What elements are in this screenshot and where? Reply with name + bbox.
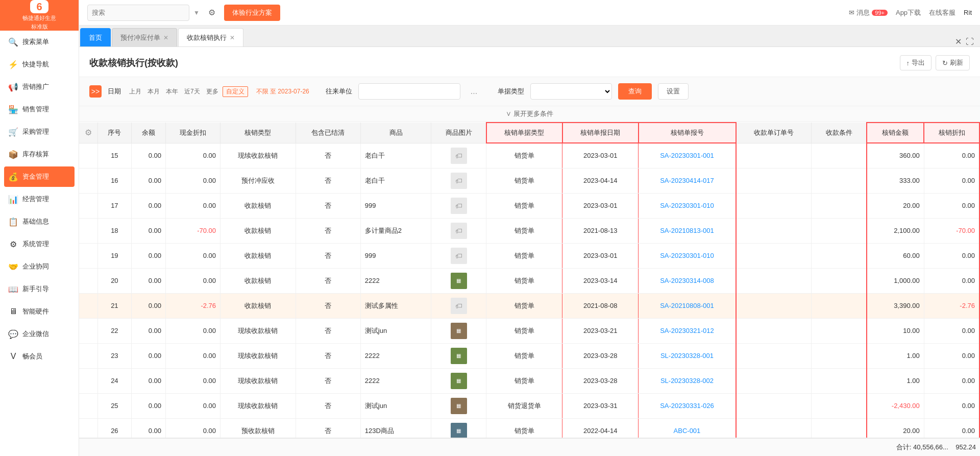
online-service-btn[interactable]: 在线客服 (929, 8, 955, 17)
row-cancel-bill-no[interactable]: SA-20230331-026 (639, 393, 736, 418)
row-cancel-bill-no[interactable]: SA-20230301-010 (639, 243, 736, 268)
sidebar-item-member[interactable]: V 畅会员 (0, 345, 79, 368)
sidebar-label-finance: 资金管理 (22, 172, 49, 181)
row-settings (79, 193, 97, 218)
expand-conditions-btn[interactable]: ∨ 展开更多条件 (506, 109, 553, 118)
export-btn[interactable]: ↑ 导出 (900, 55, 932, 70)
sidebar-item-sales[interactable]: 🏪 销售管理 (0, 98, 79, 121)
message-btn[interactable]: ✉ 消息 99+ (849, 8, 888, 17)
cancel-bill-no-link[interactable]: SA-20230314-008 (660, 277, 714, 284)
sidebar-item-purchase[interactable]: 🛒 采购管理 (0, 121, 79, 143)
table-row: 23 0.00 0.00 现续收款核销 否 2222 ▦ 销货单 2023-03… (79, 343, 979, 368)
sidebar-item-marketing[interactable]: 📢 营销推广 (0, 76, 79, 98)
app-edition: 标准版 (31, 23, 48, 31)
sidebar-label-inventory: 库存核算 (22, 150, 49, 159)
row-cancel-bill-no[interactable]: SL-20230328-002 (639, 368, 736, 393)
table-container[interactable]: ⚙ 序号 余额 现金折扣 核销类型 包含已结清 商品 商品图片 核销单据类型 核… (79, 122, 980, 438)
row-receipt-cond (812, 193, 867, 218)
row-goods: 老白干 (360, 143, 431, 168)
row-cancel-type: 现续收款核销 (220, 368, 296, 393)
tab-close-all-btn[interactable]: ✕ (955, 37, 962, 46)
sidebar-item-enterprise[interactable]: 🤝 企业协同 (0, 255, 79, 278)
row-cancel-bill-no[interactable]: ABC-001 (639, 418, 736, 438)
filter-date-7days[interactable]: 近7天 (182, 86, 202, 97)
settings-btn[interactable]: 设置 (658, 83, 689, 100)
col-goods-img-header: 商品图片 (431, 123, 486, 143)
row-cancel-type: 现续收款核销 (220, 143, 296, 168)
cancel-bill-no-link[interactable]: SL-20230328-002 (660, 377, 714, 385)
filter-date-more[interactable]: 更多 (204, 86, 220, 97)
row-cancel-bill-no[interactable]: SA-20230414-017 (639, 168, 736, 193)
trial-btn[interactable]: 体验行业方案 (224, 5, 280, 21)
cancel-bill-no-link[interactable]: SA-20230301-010 (660, 202, 714, 209)
sidebar-item-system[interactable]: ⚙ 系统管理 (0, 233, 79, 255)
cancel-bill-no-link[interactable]: SL-20230328-001 (660, 352, 714, 359)
cancel-bill-no-link[interactable]: SA-20230331-026 (660, 402, 714, 410)
sidebar-item-hardware[interactable]: 🖥 智能硬件 (0, 300, 79, 323)
row-cancel-discount: -70.00 (924, 218, 979, 243)
sidebar-item-operation[interactable]: 📊 经营管理 (0, 188, 79, 210)
row-cash-discount: 0.00 (165, 318, 220, 343)
goods-img: ▦ (451, 273, 467, 289)
sidebar-item-basic[interactable]: 📋 基础信息 (0, 210, 79, 233)
filter-date-custom[interactable]: 自定义 (223, 86, 248, 97)
row-cancel-bill-no[interactable]: SA-20230321-012 (639, 318, 736, 343)
sidebar-icon-inventory: 📦 (8, 149, 18, 159)
row-seq: 15 (97, 143, 132, 168)
filter-expand-btn[interactable]: >> (89, 85, 102, 98)
row-cancel-discount: 0.00 (924, 143, 979, 168)
cancel-bill-no-link[interactable]: SA-20230414-017 (660, 177, 714, 184)
refresh-btn[interactable]: ↻ 刷新 (936, 55, 970, 70)
sidebar-item-quicknav[interactable]: ⚡ 快捷导航 (0, 53, 79, 76)
row-cancel-bill-no[interactable]: SA-20230301-010 (639, 193, 736, 218)
row-cancel-bill-type: 销货单 (486, 343, 562, 368)
filter-date-this-month[interactable]: 本月 (145, 86, 162, 97)
row-cancel-bill-no[interactable]: SA-20230301-001 (639, 143, 736, 168)
footer-total-discount: 952.24 (955, 443, 976, 451)
cancel-bill-no-link[interactable]: ABC-001 (674, 427, 701, 435)
cancel-bill-no-link[interactable]: SA-20210808-001 (660, 302, 714, 309)
tab-home[interactable]: 首页 (80, 28, 111, 46)
row-goods-img: ▦ (431, 393, 486, 418)
sidebar-item-search[interactable]: 🔍 搜索菜单 (0, 31, 79, 53)
table-header-row: ⚙ 序号 余额 现金折扣 核销类型 包含已结清 商品 商品图片 核销单据类型 核… (79, 123, 979, 143)
sidebar-item-finance[interactable]: 💰 资金管理 (4, 166, 75, 187)
query-btn[interactable]: 查询 (618, 83, 652, 100)
filter-receipt-type-select[interactable] (530, 83, 612, 100)
filter-from-unit-input[interactable] (358, 83, 460, 100)
row-cancel-bill-no[interactable]: SA-20210808-001 (639, 293, 736, 318)
col-include-cleared-header: 包含已结清 (296, 123, 360, 143)
sidebar-item-guide[interactable]: 📖 新手引导 (0, 278, 79, 300)
tab-prepay-close[interactable]: ✕ (163, 34, 168, 41)
row-goods-img: 🏷 (431, 293, 486, 318)
row-settings (79, 368, 97, 393)
table-row: 17 0.00 0.00 收款核销 否 999 🏷 销货单 2023-03-01… (79, 193, 979, 218)
table-row: 22 0.00 0.00 现续收款核销 否 测试jun ▦ 销货单 2023-0… (79, 318, 979, 343)
tab-expand-btn[interactable]: ⛶ (966, 37, 974, 46)
sidebar-item-wechat[interactable]: 💬 企业微信 (0, 323, 79, 345)
row-cancel-discount: 0.00 (924, 343, 979, 368)
cancel-bill-no-link[interactable]: SA-20230301-010 (660, 252, 714, 259)
cancel-bill-no-link[interactable]: SA-20230301-001 (660, 152, 714, 159)
cancel-bill-no-link[interactable]: SA-20210813-001 (660, 227, 714, 234)
row-cancel-bill-no[interactable]: SL-20230328-001 (639, 343, 736, 368)
row-cancel-bill-no[interactable]: SA-20210813-001 (639, 218, 736, 243)
filter-date-last-month[interactable]: 上月 (127, 86, 143, 97)
row-balance: 0.00 (132, 243, 166, 268)
tab-prepay[interactable]: 预付冲应付单 ✕ (112, 28, 177, 46)
row-cancel-discount: 0.00 (924, 168, 979, 193)
topbar-settings-btn[interactable]: ⚙ (204, 5, 220, 21)
tab-prepay-label: 预付冲应付单 (120, 33, 160, 42)
row-goods-img: 🏷 (431, 243, 486, 268)
sidebar-icon-basic: 📋 (8, 217, 18, 227)
filter-date-this-year[interactable]: 本年 (164, 86, 180, 97)
tab-collect[interactable]: 收款核销执行 ✕ (178, 28, 243, 46)
row-cancel-bill-no[interactable]: SA-20230314-008 (639, 268, 736, 293)
tab-collect-close[interactable]: ✕ (230, 34, 235, 41)
col-settings-header[interactable]: ⚙ (79, 123, 97, 143)
topbar-search-input[interactable] (87, 5, 189, 21)
app-download-btn[interactable]: App下载 (896, 8, 921, 17)
cancel-bill-no-link[interactable]: SA-20230321-012 (660, 327, 714, 334)
sidebar-item-inventory[interactable]: 📦 库存核算 (0, 143, 79, 165)
row-cancel-bill-type: 销货单 (486, 218, 562, 243)
